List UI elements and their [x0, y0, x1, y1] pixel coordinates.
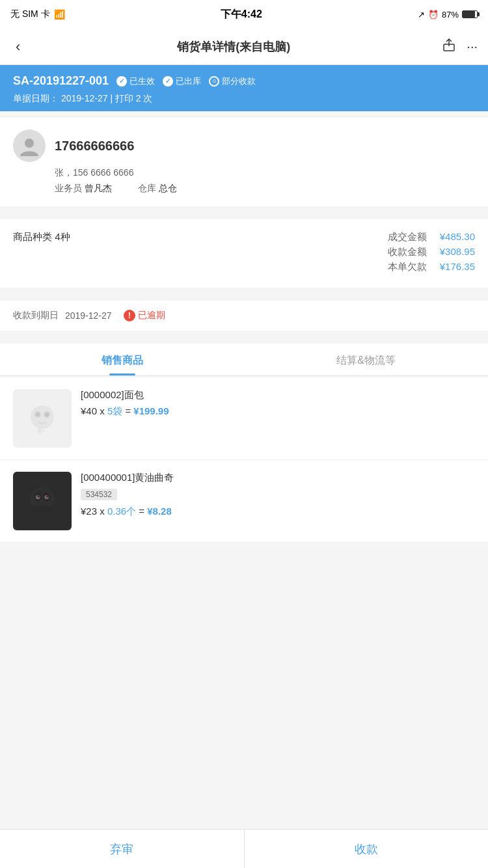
staff-name: 曾凡杰: [85, 183, 112, 195]
product-item: 兽+ [0000002]面包 ¥40 x 5袋 = ¥199.99: [0, 377, 488, 460]
debt-label: 本单欠款: [388, 261, 427, 273]
back-button[interactable]: ‹: [10, 33, 25, 61]
overdue-badge: ! 已逾期: [124, 310, 165, 321]
product-price-row-1: ¥40 x 5袋 = ¥199.99: [81, 405, 475, 418]
tab-products-label: 销售商品: [102, 355, 143, 366]
check-icon-2: ✓: [163, 76, 173, 87]
amount-value: ¥485.30: [440, 231, 475, 243]
more-button[interactable]: ···: [467, 39, 478, 54]
svg-point-13: [38, 495, 40, 498]
customer-info: 张，156 6666 6666: [55, 167, 475, 179]
product-thumbnail-1: 兽+: [13, 389, 72, 448]
battery-percentage: 87%: [442, 10, 459, 20]
bottom-bar: 弃审 收款: [0, 829, 488, 868]
product-name-2: [000400001]黄油曲奇: [81, 472, 475, 484]
location-icon: ↗: [418, 10, 425, 20]
status-time: 下午4:42: [221, 8, 262, 21]
page-title: 销货单详情(来自电脑): [177, 39, 290, 55]
received-value: ¥308.95: [440, 246, 475, 258]
stats-row: 商品种类 4种 成交金额 ¥485.30 收款金额 ¥308.95 本单欠款 ¥…: [13, 231, 475, 276]
tab-settlement[interactable]: 结算&物流等: [244, 344, 488, 375]
customer-avatar: [13, 129, 46, 162]
stats-left: 商品种类 4种: [13, 231, 70, 246]
amount-label: 成交金额: [388, 231, 427, 243]
date-label: 单据日期：: [13, 93, 59, 103]
debt-row: 本单欠款 ¥176.35: [388, 261, 475, 273]
overdue-icon: !: [124, 310, 135, 321]
product-info-2: [000400001]黄油曲奇 534532 ¥23 x 0.36个 = ¥8.…: [81, 472, 475, 518]
due-section: 收款到期日 2019-12-27 ! 已逾期: [0, 301, 488, 331]
stats-right: 成交金额 ¥485.30 收款金额 ¥308.95 本单欠款 ¥176.35: [388, 231, 475, 276]
amount-row: 成交金额 ¥485.30: [388, 231, 475, 243]
tab-products[interactable]: 销售商品: [0, 344, 244, 375]
category-item: 商品种类 4种: [13, 231, 70, 243]
customer-row: 17666666666: [13, 129, 475, 162]
warehouse-label: 仓库: [138, 183, 156, 195]
nav-actions: ···: [442, 38, 478, 55]
received-row: 收款金额 ¥308.95: [388, 246, 475, 258]
staff-row: 业务员 曾凡杰 仓库 总仓: [55, 183, 475, 195]
battery-icon: [462, 10, 478, 18]
order-date-row: 单据日期： 2019-12-27 | 打印 2 次: [13, 93, 475, 105]
status-badge-partial: ⊙ 部分收款: [209, 75, 256, 87]
status-badge-shipped: ✓ 已出库: [163, 75, 201, 87]
tabs-section: 销售商品 结算&物流等: [0, 344, 488, 376]
svg-point-6: [45, 413, 49, 416]
confirm-label: 收款: [355, 841, 378, 857]
category-value: 4种: [55, 231, 70, 242]
warehouse-name: 总仓: [159, 183, 177, 195]
stats-section: 商品种类 4种 成交金额 ¥485.30 收款金额 ¥308.95 本单欠款 ¥…: [0, 219, 488, 288]
status-bar: 无 SIM 卡 📶 下午4:42 ↗ ⏰ 87%: [0, 0, 488, 29]
check-icon-1: ✓: [116, 76, 127, 87]
nav-bar: ‹ 销货单详情(来自电脑) ···: [0, 29, 488, 65]
svg-point-1: [25, 139, 34, 148]
products-section: 兽+ [0000002]面包 ¥40 x 5袋 = ¥199.99: [0, 377, 488, 543]
status-right: ↗ ⏰ 87%: [418, 10, 478, 20]
order-header-banner: SA-20191227-001 ✓ 已生效 ✓ 已出库 ⊙ 部分收款 单据日期：…: [0, 65, 488, 111]
customer-section: 17666666666 张，156 6666 6666 业务员 曾凡杰 仓库 总…: [0, 118, 488, 206]
clock-icon: ⊙: [209, 76, 219, 87]
cancel-button[interactable]: 弃审: [0, 830, 245, 868]
status-left: 无 SIM 卡 📶: [10, 8, 65, 20]
cancel-label: 弃审: [110, 841, 133, 857]
confirm-button[interactable]: 收款: [245, 830, 489, 868]
staff-label: 业务员: [55, 183, 82, 195]
svg-text:兽+: 兽+: [37, 428, 46, 434]
overdue-text: 已逾期: [138, 310, 165, 321]
product-name-1: [0000002]面包: [81, 389, 475, 401]
status-text-3: 部分收款: [222, 75, 256, 87]
product-item-2: [000400001]黄油曲奇 534532 ¥23 x 0.36个 = ¥8.…: [0, 460, 488, 543]
status-text-2: 已出库: [176, 75, 201, 87]
order-id-row: SA-20191227-001 ✓ 已生效 ✓ 已出库 ⊙ 部分收款: [13, 74, 475, 88]
received-label: 收款金额: [388, 246, 427, 258]
status-text-1: 已生效: [129, 75, 155, 87]
product-sku-2: 534532: [81, 489, 117, 500]
due-date: 2019-12-27: [65, 310, 112, 321]
svg-point-2: [31, 405, 54, 429]
product-thumbnail-2: [13, 472, 72, 530]
share-button[interactable]: [442, 38, 456, 55]
svg-point-14: [46, 495, 49, 498]
status-badge-effective: ✓ 已生效: [116, 75, 155, 87]
tab-settlement-label: 结算&物流等: [336, 355, 396, 366]
category-label: 商品种类: [13, 231, 52, 242]
product-price-row-2: ¥23 x 0.36个 = ¥8.28: [81, 506, 475, 518]
print-info: | 打印 2 次: [110, 93, 152, 103]
customer-phone: 17666666666: [55, 139, 134, 154]
wifi-icon: 📶: [54, 9, 65, 20]
debt-value: ¥176.35: [440, 261, 475, 273]
carrier-text: 无 SIM 卡: [10, 8, 50, 20]
svg-point-5: [36, 413, 40, 416]
due-label: 收款到期日: [13, 310, 59, 321]
product-info-1: [0000002]面包 ¥40 x 5袋 = ¥199.99: [81, 389, 475, 418]
order-date: 2019-12-27: [61, 93, 108, 103]
svg-rect-15: [31, 506, 53, 514]
order-id: SA-20191227-001: [13, 74, 109, 88]
alarm-icon: ⏰: [428, 10, 439, 20]
